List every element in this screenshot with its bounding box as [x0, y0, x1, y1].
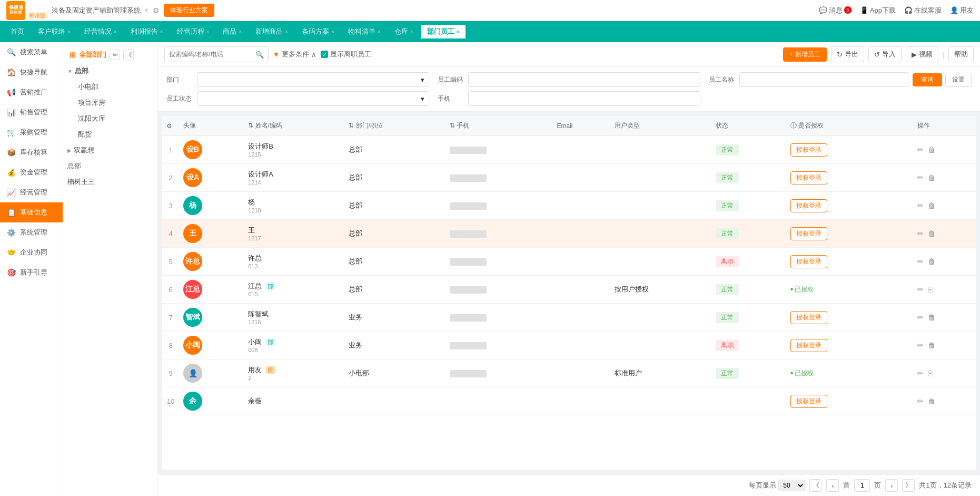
- sidebar-item-biz[interactable]: 📈 经营管理: [0, 182, 63, 202]
- delete-icon[interactable]: 🗑: [928, 201, 935, 210]
- dept-collapse-btn[interactable]: 《: [123, 50, 134, 60]
- search-box[interactable]: 🔍: [164, 46, 269, 62]
- sidebar-item-guide[interactable]: 🎯 新手引导: [0, 262, 63, 283]
- tab-close-icon[interactable]: ×: [114, 29, 117, 35]
- dept-all-label[interactable]: 全部部门: [79, 50, 106, 60]
- tab-home[interactable]: 首页: [4, 25, 31, 38]
- user-btn[interactable]: 👤 用友: [950, 6, 974, 15]
- delete-icon[interactable]: 🗑: [928, 341, 935, 349]
- edit-icon[interactable]: ✏: [917, 341, 924, 349]
- search-icon-btn[interactable]: 🔍: [255, 51, 264, 59]
- page-input[interactable]: [854, 479, 870, 492]
- tab-profit[interactable]: 利润报告 ×: [124, 25, 170, 38]
- sidebar-item-basic[interactable]: 📋 基础信息: [0, 202, 63, 222]
- tab-customer[interactable]: 客户联络 ×: [32, 25, 77, 38]
- tab-close-icon[interactable]: ×: [239, 29, 242, 35]
- per-page-dropdown[interactable]: 50 100 200: [778, 480, 805, 491]
- edit-icon[interactable]: ✏: [917, 313, 924, 322]
- col-settings[interactable]: ⚙: [162, 116, 179, 136]
- sidebar-item-purchase[interactable]: 🛒 采购管理: [0, 122, 63, 142]
- edit-icon[interactable]: ✏: [917, 285, 924, 294]
- video-btn[interactable]: ▶ 视频: [906, 46, 938, 62]
- tab-bom[interactable]: 物料清单 ×: [342, 25, 387, 38]
- dept-item-xiaodian[interactable]: 小电部: [63, 79, 157, 95]
- dept-item-xiangmu[interactable]: 项目库房: [63, 95, 157, 111]
- dept-item-zongbu2[interactable]: 总部: [63, 158, 157, 174]
- emp-code-input[interactable]: [468, 72, 700, 87]
- add-employee-btn[interactable]: + 新增员工: [783, 47, 826, 62]
- sidebar-item-nav[interactable]: 🏠 快捷导航: [0, 62, 63, 82]
- tab-close-icon[interactable]: ×: [67, 29, 71, 35]
- dept-item-shuangying[interactable]: ▶ 双赢想: [63, 142, 157, 158]
- emp-status-select[interactable]: ▾: [197, 91, 429, 106]
- auth-btn[interactable]: 授权登录: [790, 199, 827, 212]
- auth-btn[interactable]: 授权登录: [790, 311, 827, 324]
- sidebar-item-inventory[interactable]: 📦 库存核算: [0, 142, 63, 162]
- dept-item-shenyang[interactable]: 沈阳大库: [63, 111, 157, 127]
- dept-item-zhongbu[interactable]: ▼ 总部: [63, 63, 157, 79]
- set-btn[interactable]: 设置: [945, 73, 972, 87]
- col-dept[interactable]: ⇅ 部门/职位: [344, 116, 445, 136]
- first-page-btn[interactable]: 《: [809, 479, 822, 492]
- sidebar-item-collab[interactable]: 🤝 企业协同: [0, 242, 63, 262]
- sidebar-item-sales[interactable]: 📊 销售管理: [0, 102, 63, 122]
- tab-goods[interactable]: 商品 ×: [216, 25, 248, 38]
- tab-history[interactable]: 经营历程 ×: [171, 25, 216, 38]
- tab-close-icon[interactable]: ×: [160, 29, 163, 35]
- tab-close-icon[interactable]: ×: [410, 29, 413, 35]
- tab-employees[interactable]: 部门员工 ×: [421, 25, 466, 38]
- sidebar-item-search[interactable]: 🔍 搜索菜单: [0, 42, 63, 62]
- search-btn[interactable]: 查询: [913, 73, 942, 86]
- dept-select[interactable]: ▾: [197, 72, 429, 87]
- delete-icon[interactable]: 🗑: [928, 313, 935, 322]
- show-resign-toggle[interactable]: ✓ 显示离职员工: [321, 50, 371, 59]
- tab-close-icon[interactable]: ×: [206, 29, 210, 35]
- copy-icon[interactable]: ⎘: [928, 285, 932, 294]
- search-input[interactable]: [169, 51, 253, 58]
- tab-warehouse[interactable]: 仓库 ×: [388, 25, 420, 38]
- last-page-btn[interactable]: 》: [902, 479, 915, 492]
- edit-icon[interactable]: ✏: [917, 173, 924, 182]
- edit-icon[interactable]: ✏: [917, 257, 924, 266]
- edit-icon[interactable]: ✏: [917, 229, 924, 238]
- delete-icon[interactable]: 🗑: [928, 229, 935, 238]
- delete-icon[interactable]: 🗑: [928, 145, 935, 154]
- help-btn[interactable]: 帮助: [948, 46, 974, 62]
- auth-btn[interactable]: 授权登录: [790, 339, 827, 352]
- emp-name-input[interactable]: [739, 72, 908, 87]
- next-page-btn[interactable]: ›: [885, 479, 898, 492]
- delete-icon[interactable]: 🗑: [928, 397, 935, 405]
- import-btn[interactable]: ↺ 导入: [868, 46, 902, 62]
- auth-btn[interactable]: 授权登录: [790, 171, 827, 184]
- message-btn[interactable]: 💬 消息 5: [819, 6, 852, 15]
- auth-btn[interactable]: 授权登录: [790, 227, 827, 240]
- online-service-btn[interactable]: 🎧 在线客服: [904, 6, 942, 15]
- tab-close-icon[interactable]: ×: [285, 29, 288, 35]
- sidebar-item-finance[interactable]: 💰 资金管理: [0, 162, 63, 182]
- auth-btn[interactable]: 授权登录: [790, 143, 827, 157]
- edit-icon[interactable]: ✏: [917, 201, 924, 210]
- delete-icon[interactable]: 🗑: [928, 257, 935, 266]
- experience-btn[interactable]: 体验行业方案: [164, 4, 214, 17]
- copy-icon[interactable]: ⎘: [928, 369, 932, 377]
- dept-item-nanshu[interactable]: 楠树王三: [63, 174, 157, 190]
- auth-btn[interactable]: 授权登录: [790, 255, 827, 268]
- edit-icon[interactable]: ✏: [917, 369, 924, 377]
- gear-icon[interactable]: ⚙: [153, 6, 160, 15]
- prev-page-btn[interactable]: ‹: [826, 479, 839, 492]
- more-filter-btn[interactable]: ▼ 更多条件 ∧: [273, 50, 316, 59]
- sidebar-item-system[interactable]: ⚙️ 系统管理: [0, 222, 63, 242]
- delete-icon[interactable]: 🗑: [928, 173, 935, 182]
- tab-close-icon[interactable]: ×: [378, 29, 381, 35]
- dropdown-arrow[interactable]: ▾: [145, 6, 149, 14]
- edit-icon[interactable]: ✏: [917, 397, 924, 405]
- tab-close-icon[interactable]: ×: [457, 29, 460, 35]
- col-phone[interactable]: ⇅ 手机: [446, 116, 553, 136]
- dept-item-peihuo[interactable]: 配货: [63, 127, 157, 142]
- auth-btn[interactable]: 授权登录: [790, 395, 827, 408]
- app-download-btn[interactable]: 📱 App下载: [860, 6, 896, 15]
- tab-add-goods[interactable]: 新增商品 ×: [249, 25, 294, 38]
- tab-close-icon[interactable]: ×: [331, 29, 334, 35]
- edit-icon[interactable]: ✏: [917, 145, 924, 154]
- tab-barcode[interactable]: 条码方案 ×: [295, 25, 341, 38]
